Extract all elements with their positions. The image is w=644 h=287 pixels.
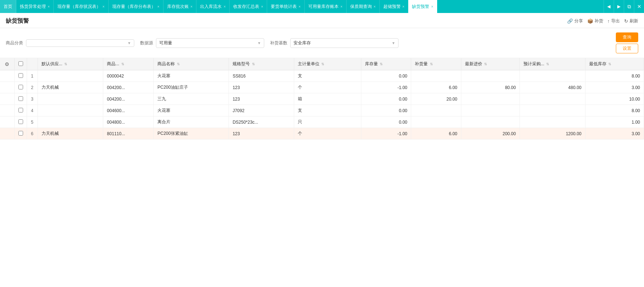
share-button[interactable]: 🔗 分享 [567, 18, 583, 24]
row-product-name-cell: PC200油缸庄子 [154, 82, 229, 93]
row-checkbox-1[interactable] [18, 85, 23, 89]
header-actions: 🔗 分享 📦 补货 ↑ 导出 ↻ 刷新 [567, 18, 639, 24]
tab-close-btn-5[interactable]: × [223, 5, 226, 9]
row-unit-cell: 个 [294, 128, 361, 140]
nav-tab-3[interactable]: 现存量（库存分布表） × [109, 0, 164, 13]
tab-close-btn-1[interactable]: × [48, 5, 50, 9]
row-number-cell: 3 [27, 93, 38, 105]
row-checkbox-5[interactable] [18, 131, 23, 136]
nav-tab-1[interactable]: 拣货异常处理 × [16, 0, 54, 13]
row-replenish-cell: 20.00 [411, 93, 461, 105]
nav-tab-5[interactable]: 出入库流水 × [196, 0, 230, 13]
nav-window-btn[interactable]: ⧉ [624, 0, 634, 13]
category-select[interactable]: ▼ [26, 39, 134, 47]
nav-tab-0[interactable]: 首页 [0, 0, 16, 13]
export-button[interactable]: ↑ 导出 [608, 18, 620, 24]
nav-prev-btn[interactable]: ◀ [604, 0, 614, 13]
replenish-base-select[interactable]: 安全库存 ▼ [290, 38, 399, 48]
row-spec-cell: J7092 [229, 105, 294, 116]
row-stock-cell: -1.00 [361, 82, 411, 93]
row-spec-cell: 123 [229, 93, 294, 105]
nav-tab-10[interactable]: 超储预警 × [380, 0, 409, 13]
row-spec-cell: 123 [229, 82, 294, 93]
tab-close-btn-3[interactable]: × [157, 5, 160, 9]
min-stock-col-header[interactable]: 最低库存 ⇅ [585, 58, 644, 70]
nav-tab-4[interactable]: 库存批次账 × [164, 0, 197, 13]
product-name-col-label: 商品名称 [157, 61, 175, 66]
row-latest-price-cell [461, 105, 519, 116]
row-check-cell[interactable] [14, 128, 27, 140]
row-check-cell[interactable] [14, 70, 27, 82]
row-checkbox-0[interactable] [18, 73, 23, 78]
export-icon: ↑ [608, 18, 610, 24]
replenish-button[interactable]: 📦 补货 [587, 18, 603, 24]
table-header-row: ⚙ 默认供应... ⇅ 商品... ⇅ 商品名称 [0, 58, 644, 70]
row-product-name-cell: PC200张紧油缸 [154, 128, 229, 140]
row-gear-cell [0, 70, 14, 82]
row-check-cell[interactable] [14, 93, 27, 105]
row-unit-cell: 支 [294, 70, 361, 82]
row-check-cell[interactable] [14, 82, 27, 93]
tab-close-btn-7[interactable]: × [299, 5, 301, 9]
row-check-cell[interactable] [14, 105, 27, 116]
tab-close-btn-6[interactable]: × [261, 5, 263, 9]
datasource-label: 数据源 [140, 40, 153, 46]
row-checkbox-3[interactable] [18, 108, 23, 112]
product-name-col-header[interactable]: 商品名称 ⇅ [154, 58, 229, 70]
row-replenish-cell [411, 116, 461, 128]
table-row: 3 004200... 三九 123 箱 0.00 20.00 10.00 [0, 93, 644, 105]
nav-tab-11[interactable]: 缺货预警 × [408, 0, 437, 13]
row-replenish-cell: 6.00 [411, 82, 461, 93]
row-check-cell[interactable] [14, 116, 27, 128]
tab-close-btn-9[interactable]: × [374, 5, 376, 9]
select-all-checkbox[interactable] [18, 61, 23, 66]
spec-col-header[interactable]: 规格型号 ⇅ [229, 58, 294, 70]
nav-tab-2[interactable]: 现存量（库存状况表） × [54, 0, 109, 13]
tab-close-btn-11[interactable]: × [431, 5, 433, 9]
nav-tab-8[interactable]: 可用量库存账本 × [305, 0, 347, 13]
row-supplier-cell [38, 70, 103, 82]
nav-tab-9[interactable]: 保质期查询 × [347, 0, 380, 13]
replenish-col-header[interactable]: 补货量 ⇅ [411, 58, 461, 70]
table-row: 5 004800... 离合片 DS250*23c... 只 0.00 1.00 [0, 116, 644, 128]
check-col-header [14, 58, 27, 70]
estimated-purchase-col-header[interactable]: 预计采购... ⇅ [519, 58, 585, 70]
settings-button[interactable]: 设置 [616, 44, 638, 53]
gear-icon[interactable]: ⚙ [5, 61, 9, 67]
row-product-code-cell: 004800... [103, 116, 154, 128]
stock-col-header[interactable]: 库存量 ⇅ [361, 58, 411, 70]
latest-price-col-label: 最新进价 [465, 61, 482, 66]
nav-close-btn[interactable]: ✕ [634, 0, 644, 13]
nav-arrows: ◀ ▶ ⧉ ✕ [604, 0, 644, 13]
unit-sort-icon: ⇅ [321, 62, 324, 66]
tab-close-btn-10[interactable]: × [402, 5, 405, 9]
row-checkbox-4[interactable] [18, 119, 23, 124]
row-checkbox-2[interactable] [18, 96, 23, 101]
nav-next-btn[interactable]: ▶ [614, 0, 624, 13]
row-min-stock-cell: 8.00 [585, 105, 644, 116]
nav-tab-7[interactable]: 要货单统计表 × [267, 0, 305, 13]
row-number-cell: 4 [27, 105, 38, 116]
datasource-select[interactable]: 可用量 ▼ [156, 38, 264, 48]
supplier-col-label: 默认供应... [42, 61, 62, 66]
nav-tab-6[interactable]: 收发存汇总表 × [230, 0, 267, 13]
query-button[interactable]: 查询 [616, 32, 638, 42]
row-stock-cell: 0.00 [361, 116, 411, 128]
supplier-col-header[interactable]: 默认供应... ⇅ [38, 58, 103, 70]
product-code-col-header[interactable]: 商品... ⇅ [103, 58, 154, 70]
tab-close-btn-2[interactable]: × [103, 5, 105, 9]
product-name-sort-icon: ⇅ [177, 62, 180, 66]
row-estimated-purchase-cell [519, 93, 585, 105]
unit-col-header[interactable]: 主计量单位 ⇅ [294, 58, 361, 70]
tab-close-btn-8[interactable]: × [340, 5, 343, 9]
latest-price-col-header[interactable]: 最新进价 ⇅ [461, 58, 519, 70]
row-min-stock-cell: 10.00 [585, 93, 644, 105]
row-min-stock-cell: 3.00 [585, 128, 644, 140]
row-stock-cell: 0.00 [361, 105, 411, 116]
row-min-stock-cell: 8.00 [585, 70, 644, 82]
table-container: ⚙ 默认供应... ⇅ 商品... ⇅ 商品名称 [0, 58, 644, 140]
table-row: 6 力天机械 801110... PC200张紧油缸 123 个 -1.00 6… [0, 128, 644, 140]
product-code-col-label: 商品... [107, 61, 119, 66]
refresh-button[interactable]: ↻ 刷新 [624, 18, 638, 24]
tab-close-btn-4[interactable]: × [191, 5, 193, 9]
